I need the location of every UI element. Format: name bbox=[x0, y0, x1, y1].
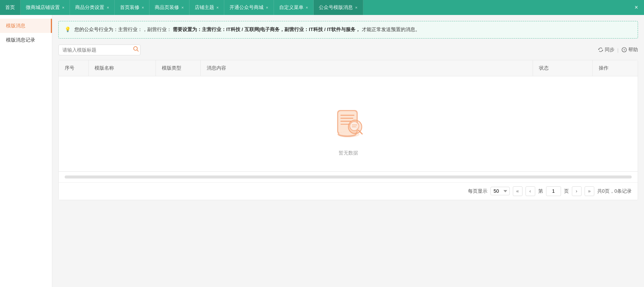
sync-button[interactable]: 同步 bbox=[598, 46, 614, 53]
th-index: 序号 bbox=[59, 60, 89, 76]
notice-box: 💡 您的公众号行业为：主营行业：，副营行业： 需要设置为：主营行业：IT科技 /… bbox=[58, 21, 638, 39]
sync-icon bbox=[598, 47, 603, 52]
notice-icon: 💡 bbox=[65, 27, 71, 32]
next-page-button[interactable]: › bbox=[572, 186, 582, 196]
empty-illustration bbox=[326, 99, 371, 144]
nav-tab-open-mall-close[interactable]: × bbox=[266, 5, 268, 10]
notice-highlight: 需要设置为：主营行业：IT科技 / 互联网|电子商务，副营行业：IT科技 / I… bbox=[173, 27, 360, 32]
nav-tab-shop-setting-label: 微商城店铺设置 bbox=[26, 4, 60, 11]
page-total: 共0页，0条记录 bbox=[597, 188, 632, 195]
search-bar: 同步 | ? 帮助 bbox=[58, 45, 638, 55]
sidebar: 模版消息 模版消息记录 bbox=[0, 15, 52, 287]
th-action: 操作 bbox=[593, 60, 638, 76]
svg-line-1 bbox=[137, 50, 139, 52]
nav-tab-open-mall-label: 开通公众号商城 bbox=[229, 4, 264, 11]
sidebar-item-template-msg-log[interactable]: 模版消息记录 bbox=[0, 33, 52, 47]
empty-state: 暂无数据 bbox=[59, 76, 638, 171]
page-size-select[interactable]: 50 10 20 100 bbox=[490, 187, 510, 195]
empty-text: 暂无数据 bbox=[339, 150, 358, 156]
nav-tab-category-label: 商品分类设置 bbox=[75, 4, 104, 11]
prev-page-button[interactable]: ‹ bbox=[526, 186, 535, 196]
nav-tab-shop-setting[interactable]: 微商城店铺设置 × bbox=[21, 0, 70, 15]
nav-tab-shop-setting-close[interactable]: × bbox=[62, 5, 64, 10]
notice-text1: 您的公众号行业为：主营行业：，副营行业： bbox=[74, 27, 172, 32]
search-left bbox=[58, 45, 139, 55]
page-input[interactable] bbox=[546, 186, 561, 196]
fake-scrollbar[interactable] bbox=[65, 175, 632, 178]
page-unit-label: 页 bbox=[564, 188, 569, 195]
search-input[interactable] bbox=[58, 45, 141, 55]
nav-tab-category-close[interactable]: × bbox=[107, 5, 109, 10]
nav-tab-homepage-decor-label: 首页装修 bbox=[120, 4, 139, 11]
nav-tab-product-decor[interactable]: 商品页装修 × bbox=[150, 0, 189, 15]
th-type: 模版类型 bbox=[156, 60, 201, 76]
nav-tab-open-mall[interactable]: 开通公众号商城 × bbox=[224, 0, 274, 15]
nav-tab-shop-theme-label: 店铺主题 bbox=[195, 4, 214, 11]
th-name: 模版名称 bbox=[89, 60, 156, 76]
content-area: 💡 您的公众号行业为：主营行业：，副营行业： 需要设置为：主营行业：IT科技 /… bbox=[52, 15, 644, 287]
scroll-bar-area bbox=[59, 171, 638, 182]
nav-tab-custom-menu-label: 自定义菜单 bbox=[279, 4, 303, 11]
close-all-button[interactable]: × bbox=[629, 0, 644, 15]
page-size-label: 每页显示 bbox=[468, 188, 487, 195]
nav-tab-home[interactable]: 首页 bbox=[0, 0, 21, 15]
first-page-button[interactable]: « bbox=[513, 186, 523, 196]
search-icon bbox=[133, 46, 139, 52]
sidebar-item-template-msg[interactable]: 模版消息 bbox=[0, 19, 52, 33]
last-page-button[interactable]: » bbox=[585, 186, 594, 196]
svg-text:?: ? bbox=[623, 48, 625, 52]
svg-point-0 bbox=[134, 47, 138, 51]
sync-label: 同步 bbox=[605, 46, 614, 53]
nav-tab-homepage-decor-close[interactable]: × bbox=[142, 5, 144, 10]
search-button[interactable] bbox=[133, 46, 139, 54]
nav-tab-custom-menu-close[interactable]: × bbox=[306, 5, 308, 10]
nav-tab-product-decor-close[interactable]: × bbox=[181, 5, 184, 10]
nav-tab-product-decor-label: 商品页装修 bbox=[155, 4, 179, 11]
page-label: 第 bbox=[538, 188, 543, 195]
nav-tab-template-msg[interactable]: 公众号模版消息 × bbox=[314, 0, 363, 15]
nav-tab-template-msg-close[interactable]: × bbox=[355, 5, 357, 10]
th-content: 消息内容 bbox=[201, 60, 533, 76]
notice-text2: 才能正常发送预置的消息。 bbox=[362, 27, 420, 32]
help-label: 帮助 bbox=[628, 46, 638, 53]
main-layout: 模版消息 模版消息记录 💡 您的公众号行业为：主营行业：，副营行业： 需要设置为… bbox=[0, 15, 644, 287]
table-wrapper: 序号 模版名称 模版类型 消息内容 状态 操作 bbox=[58, 60, 638, 200]
nav-tab-shop-theme[interactable]: 店铺主题 × bbox=[189, 0, 224, 15]
divider: | bbox=[617, 47, 619, 53]
th-status: 状态 bbox=[533, 60, 593, 76]
nav-tab-template-msg-label: 公众号模版消息 bbox=[319, 4, 353, 11]
nav-tab-homepage-decor[interactable]: 首页装修 × bbox=[115, 0, 150, 15]
help-icon: ? bbox=[622, 47, 627, 52]
svg-point-14 bbox=[350, 122, 359, 131]
nav-tab-category[interactable]: 商品分类设置 × bbox=[70, 0, 114, 15]
help-button[interactable]: ? 帮助 bbox=[622, 46, 638, 53]
top-nav: 首页 微商城店铺设置 × 商品分类设置 × 首页装修 × 商品页装修 × 店铺主… bbox=[0, 0, 644, 15]
nav-tab-home-label: 首页 bbox=[5, 4, 15, 11]
table-header: 序号 模版名称 模版类型 消息内容 状态 操作 bbox=[59, 60, 638, 76]
nav-tab-shop-theme-close[interactable]: × bbox=[216, 5, 219, 10]
nav-tab-custom-menu[interactable]: 自定义菜单 × bbox=[274, 0, 314, 15]
pagination: 每页显示 50 10 20 100 « ‹ 第 页 › » 共0页，0条记录 bbox=[59, 182, 638, 200]
search-right: 同步 | ? 帮助 bbox=[598, 46, 638, 53]
